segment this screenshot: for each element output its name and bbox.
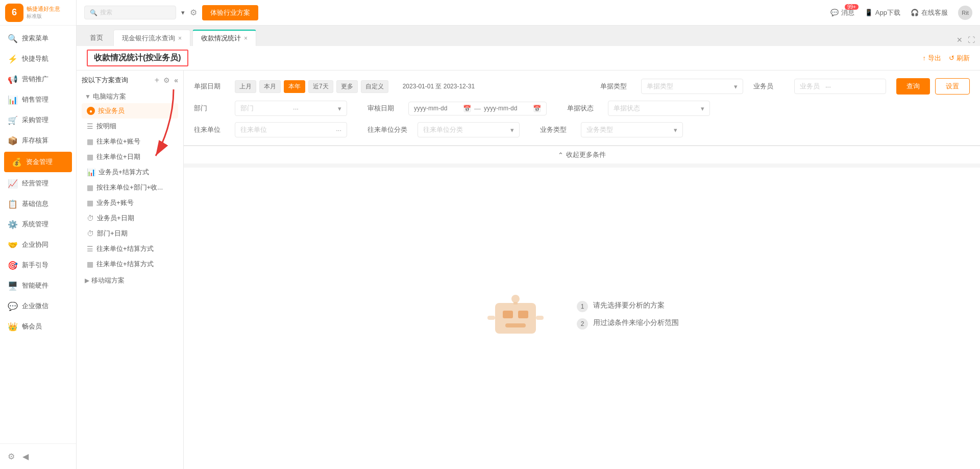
tab-collection-stats-close[interactable]: ×	[244, 35, 248, 42]
sidebar-item-operations[interactable]: 📈 经营管理	[0, 173, 76, 194]
query-btn[interactable]: 查询	[896, 78, 930, 95]
sidebar-item-sales[interactable]: 📊 销售管理	[0, 89, 76, 110]
sidebar-item-quick-nav[interactable]: ⚡ 快捷导航	[0, 49, 76, 69]
right-panel: 单据日期 上月 本月 本年 近7天 更多 自定义 2023-01-01 至 20…	[184, 71, 980, 469]
inventory-icon: 📦	[8, 135, 18, 146]
footer-settings-icon[interactable]: ⚙	[8, 452, 15, 461]
tree-item-by-partner-payment2[interactable]: ▦ 往来单位+结算方式	[82, 256, 178, 272]
left-panel-add-icon[interactable]: +	[155, 76, 159, 85]
tree-item-by-partner-date[interactable]: ▦ 往来单位+日期	[82, 149, 178, 165]
sidebar-item-system[interactable]: ⚙️ 系统管理	[0, 214, 76, 235]
tree-item-by-dept-date[interactable]: ⏱ 部门+日期	[82, 226, 178, 241]
review-date-start[interactable]	[414, 105, 460, 112]
empty-tips: 1 请先选择要分析的方案 2 用过滤条件来缩小分析范围	[577, 301, 679, 336]
tab-bank-flow[interactable]: 现金银行流水查询 ×	[113, 30, 190, 46]
salesperson-account-icon: ▦	[87, 199, 93, 207]
tabs-bar: 首页 现金银行流水查询 × 收款情况统计 × ✕ ⛶	[77, 26, 980, 46]
partner-category-select[interactable]: 往来单位分类 ▾	[418, 122, 520, 137]
gear-icon[interactable]: ⚙	[190, 8, 197, 17]
tree-item-by-partner-payment1[interactable]: ☰ 往来单位+结算方式	[82, 241, 178, 256]
refresh-btn[interactable]: ↺ 刷新	[949, 54, 970, 63]
tree-item-by-detail-label: 按明细	[96, 122, 116, 131]
message-icon: 💬	[830, 9, 839, 16]
tab-collection-stats[interactable]: 收款情况统计 ×	[192, 30, 256, 46]
schema-btn[interactable]: 体验行业方案	[202, 5, 258, 20]
tree-item-by-partner-payment2-label: 往来单位+结算方式	[96, 260, 154, 269]
sidebar-item-search[interactable]: 🔍 搜索菜单	[0, 28, 76, 49]
date-btn-custom[interactable]: 自定义	[361, 80, 388, 93]
settings-btn[interactable]: 设置	[935, 78, 970, 95]
review-date-end[interactable]	[484, 105, 530, 112]
sidebar-item-guide[interactable]: 🎯 新手引导	[0, 255, 76, 275]
top-header: 🔍 搜索 ▾ ⚙ 体验行业方案 💬 消息 99+ 📱 App下载 🎧	[77, 0, 980, 26]
salesperson-placeholder: 业务员	[800, 82, 820, 91]
date-btn-this-month[interactable]: 本月	[259, 80, 281, 93]
filter-date-group: 上月 本月 本年 近7天 更多 自定义	[235, 80, 388, 93]
tree-item-by-salesperson-date-label: 业务员+日期	[97, 214, 134, 223]
date-btn-more[interactable]: 更多	[336, 80, 358, 93]
biz-type-label: 业务类型	[540, 125, 571, 134]
tree-item-by-partner-dept-label: 按往来单位+部门+收...	[96, 183, 163, 192]
partner-select[interactable]: 往来单位 ···	[235, 122, 347, 137]
page-actions: ↑ 导出 ↺ 刷新	[923, 54, 970, 63]
online-service-btn[interactable]: 🎧 在线客服	[911, 8, 948, 17]
partner-category-arrow: ▾	[510, 126, 514, 134]
user-avatar-btn[interactable]: Rit	[958, 6, 972, 20]
header-dropdown-icon[interactable]: ▾	[181, 9, 185, 16]
dept-label: 部门	[194, 104, 225, 113]
tree-item-by-salesperson-payment[interactable]: 📊 业务员+结算方式	[82, 165, 178, 180]
member-icon: 👑	[8, 321, 18, 332]
search-icon: 🔍	[8, 33, 18, 43]
tree-item-by-partner-account[interactable]: ▦ 往来单位+账号	[82, 134, 178, 149]
svg-rect-5	[513, 302, 518, 304]
biz-type-select[interactable]: 业务类型 ▾	[581, 122, 683, 137]
collapse-bar[interactable]: ⌃ 收起更多条件	[184, 146, 980, 163]
tree-item-by-salesperson-label: 按业务员	[98, 106, 125, 115]
tree-item-by-salesperson-account[interactable]: ▦ 业务员+账号	[82, 195, 178, 210]
sidebar-item-hardware[interactable]: 🖥️ 智能硬件	[0, 275, 76, 296]
tree-item-by-detail[interactable]: ☰ 按明细	[82, 119, 178, 134]
sidebar-item-marketing[interactable]: 📢 营销推广	[0, 69, 76, 89]
tree-item-by-salesperson-date[interactable]: ⏱ 业务员+日期	[82, 210, 178, 226]
salesperson-select[interactable]: 业务员 ···	[794, 79, 886, 94]
date-btn-last-7-days[interactable]: 近7天	[308, 80, 333, 93]
tree-collapse-icon: ▶	[85, 277, 89, 284]
filter-area: 单据日期 上月 本月 本年 近7天 更多 自定义 2023-01-01 至 20…	[184, 71, 980, 146]
messages-btn[interactable]: 💬 消息 99+	[830, 8, 854, 17]
tab-home[interactable]: 首页	[82, 30, 111, 46]
date-btn-this-year[interactable]: 本年	[284, 80, 305, 93]
salesperson-dots[interactable]: ···	[825, 83, 831, 90]
partner-payment2-icon: ▦	[87, 260, 93, 268]
sidebar-item-member[interactable]: 👑 畅会员	[0, 316, 76, 337]
sidebar-item-finance[interactable]: 💰 资金管理	[4, 152, 72, 172]
partner-dots[interactable]: ···	[336, 126, 341, 134]
tree-section-pc-header[interactable]: ▼ 电脑端方案	[82, 90, 178, 103]
sidebar-item-basic-info[interactable]: 📋 基础信息	[0, 194, 76, 214]
tree-item-by-salesperson[interactable]: ● 按业务员	[82, 103, 178, 119]
tree-section-mobile-label: 移动端方案	[91, 276, 125, 285]
app-download-btn[interactable]: 📱 App下载	[865, 8, 900, 17]
doc-type-label: 单据类型	[600, 82, 631, 91]
tree-item-by-partner-dept[interactable]: ▦ 按往来单位+部门+收...	[82, 180, 178, 195]
dept-select[interactable]: 部门 ··· ▾	[235, 101, 347, 116]
sidebar-item-inventory[interactable]: 📦 库存核算	[0, 130, 76, 151]
export-btn[interactable]: ↑ 导出	[923, 54, 942, 63]
footer-collapse-icon[interactable]: ◀	[22, 452, 29, 461]
tabs-close-all-icon[interactable]: ✕	[957, 36, 963, 44]
left-panel-collapse-icon[interactable]: «	[174, 76, 178, 84]
doc-status-select[interactable]: 单据状态 ▾	[608, 101, 710, 116]
sidebar-item-cooperation[interactable]: 🤝 企业协同	[0, 235, 76, 255]
date-btn-last-month[interactable]: 上月	[235, 80, 256, 93]
doc-type-select[interactable]: 单据类型 ▾	[641, 79, 743, 94]
tree-section-mobile: ▶ 移动端方案	[82, 274, 178, 287]
sidebar-item-purchase[interactable]: 🛒 采购管理	[0, 110, 76, 130]
svg-rect-0	[495, 303, 536, 334]
header-search[interactable]: 🔍 搜索	[84, 6, 176, 19]
tabs-expand-icon[interactable]: ⛶	[968, 36, 975, 44]
left-panel-settings-icon[interactable]: ⚙	[163, 76, 170, 84]
sidebar-item-wechat[interactable]: 💬 企业微信	[0, 296, 76, 316]
svg-rect-3	[505, 323, 526, 327]
tab-bank-flow-close[interactable]: ×	[178, 35, 182, 42]
tree-section-mobile-header[interactable]: ▶ 移动端方案	[82, 274, 178, 287]
dept-dots[interactable]: ···	[293, 105, 299, 112]
